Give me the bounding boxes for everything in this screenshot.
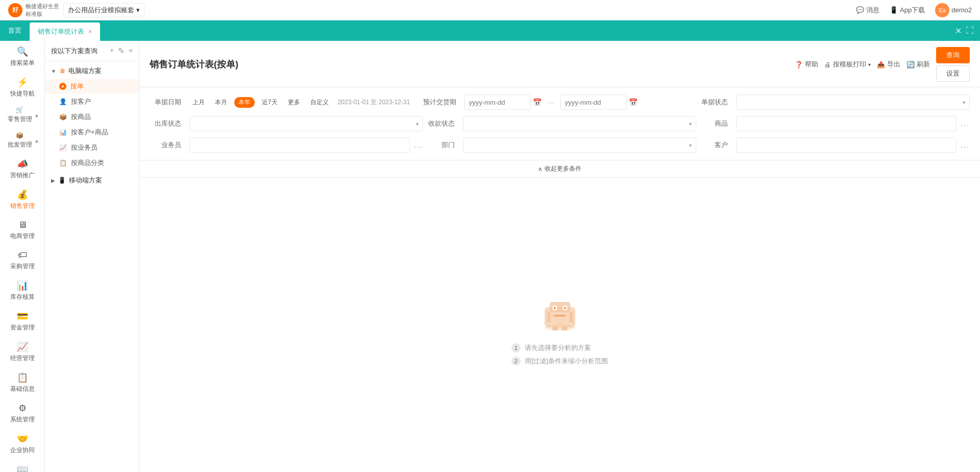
main-layout: 🔍 搜索菜单 ⚡ 快捷导航 🛒 零售管理 ▲ 📦 批发管理 ▲ 📣 营销推广 bbox=[0, 41, 980, 472]
customer-more-icon[interactable]: ... bbox=[961, 141, 970, 149]
filter-row-1: 单据日期 上月 本月 本年 近7天 更多 自定义 2023-01-01 至 20… bbox=[150, 95, 970, 110]
sidebar-item-ecommerce[interactable]: 🖥 电商管理 bbox=[0, 215, 44, 245]
out-status-arrow-icon: ▾ bbox=[416, 121, 419, 127]
filter-customer-section: 客户 ... bbox=[696, 137, 970, 153]
sidebar-item-search[interactable]: 🔍 搜索菜单 bbox=[0, 41, 44, 72]
message-icon: 💬 bbox=[856, 6, 864, 14]
receipt-status-select[interactable]: ▾ bbox=[463, 116, 697, 131]
expected-date-end-input[interactable] bbox=[560, 95, 627, 110]
shortcut-last-month[interactable]: 上月 bbox=[189, 97, 208, 108]
out-status-select[interactable]: ▾ bbox=[189, 116, 423, 131]
sidebar-item-finance[interactable]: 💳 资金管理 bbox=[0, 305, 44, 336]
help-icon: ❓ bbox=[795, 61, 803, 68]
avatar: Ea bbox=[935, 3, 949, 17]
settings-button[interactable]: 设置 bbox=[936, 65, 970, 82]
add-scheme-icon[interactable]: + bbox=[110, 46, 114, 56]
dept-select[interactable]: ▾ bbox=[463, 137, 697, 153]
shortcut-more[interactable]: 更多 bbox=[285, 97, 303, 108]
sidebar-item-wholesale[interactable]: 📦 批发管理 ▲ bbox=[0, 128, 44, 153]
filter-out-status-section: 出库状态 ▾ bbox=[150, 116, 423, 131]
empty-state: 1 请先选择要分析的方案 2 用[过滤]条件来缩小分析范围 bbox=[139, 178, 980, 472]
inventory-icon: 📊 bbox=[17, 280, 28, 291]
date-shortcuts: 上月 本月 本年 近7天 更多 自定义 bbox=[189, 97, 332, 108]
left-panel-title: 按以下方案查询 bbox=[51, 46, 97, 56]
chevron-down-icon: ▾ bbox=[136, 6, 140, 14]
company-selector[interactable]: 办公用品行业模拟账套 ▾ bbox=[63, 3, 144, 17]
message-btn[interactable]: 💬 消息 bbox=[856, 6, 879, 15]
top-bar: 好 畅捷通好生意 标准版 办公用品行业模拟账套 ▾ 💬 消息 📱 App下载 E… bbox=[0, 0, 980, 20]
chevron-down-icon: ▼ bbox=[51, 68, 56, 74]
left-panel-actions: + ✎ « bbox=[110, 46, 133, 56]
status-select[interactable]: ▾ bbox=[736, 95, 970, 110]
tab-close-icon[interactable]: × bbox=[88, 28, 92, 35]
basic-icon: 📋 bbox=[17, 372, 28, 383]
logo-text: 畅捷通好生意 标准版 bbox=[26, 3, 59, 17]
app-download-btn[interactable]: 📱 App下载 bbox=[890, 6, 925, 15]
sidebar-item-inventory[interactable]: 📊 库存核算 bbox=[0, 275, 44, 305]
product-scheme-icon: 📦 bbox=[59, 113, 67, 121]
collapse-panel-icon[interactable]: « bbox=[129, 46, 133, 56]
tab-sales-order-summary[interactable]: 销售订单统计表 × bbox=[30, 22, 100, 41]
finance-icon: 💳 bbox=[17, 311, 28, 322]
shortcut-7days[interactable]: 近7天 bbox=[259, 97, 281, 108]
close-window-icon[interactable]: ✕ bbox=[955, 26, 962, 36]
user-area[interactable]: Ea demo2 bbox=[935, 3, 972, 17]
receipt-status-arrow-icon: ▾ bbox=[689, 121, 692, 127]
collapse-bar[interactable]: ∧ 收起更多条件 bbox=[139, 160, 980, 178]
tab-home[interactable]: 首页 bbox=[0, 20, 30, 41]
template-print-btn[interactable]: 🖨 按模板打印 ▾ bbox=[824, 60, 871, 69]
status-label: 单据状态 bbox=[696, 98, 732, 107]
sidebar-item-marketing[interactable]: 📣 营销推广 bbox=[0, 153, 44, 184]
shortcut-custom[interactable]: 自定义 bbox=[307, 97, 332, 108]
sidebar-item-sales[interactable]: 💰 销售管理 bbox=[0, 184, 44, 215]
retail-icon: 🛒 bbox=[16, 106, 23, 113]
salesman-more-icon[interactable]: ... bbox=[414, 141, 423, 149]
product-input[interactable] bbox=[736, 116, 957, 131]
sidebar-item-system[interactable]: ⚙ 系统管理 bbox=[0, 397, 44, 428]
ecommerce-icon: 🖥 bbox=[18, 220, 27, 230]
dept-label: 部门 bbox=[423, 140, 459, 150]
sidebar-nav: 🔍 搜索菜单 ⚡ 快捷导航 🛒 零售管理 ▲ 📦 批发管理 ▲ 📣 营销推广 bbox=[0, 41, 45, 472]
svg-rect-10 bbox=[552, 326, 558, 331]
scheme-item-by-salesman[interactable]: 📈 按业务员 bbox=[45, 140, 139, 155]
sidebar-item-basic[interactable]: 📋 基础信息 bbox=[0, 367, 44, 397]
collapse-icon: ∧ bbox=[538, 166, 543, 173]
system-icon: ⚙ bbox=[18, 403, 27, 414]
query-button[interactable]: 查询 bbox=[936, 47, 970, 63]
page-actions: ❓ 帮助 🖨 按模板打印 ▾ 📤 导出 🔄 刷新 查询 bbox=[795, 47, 970, 82]
product-more-icon[interactable]: ... bbox=[961, 120, 970, 128]
scheme-group-pc-header[interactable]: ▼ 🖥 电脑端方案 bbox=[45, 63, 139, 79]
top-bar-left: 好 畅捷通好生意 标准版 办公用品行业模拟账套 ▾ bbox=[8, 3, 144, 17]
sidebar-item-retail[interactable]: 🛒 零售管理 ▲ bbox=[0, 102, 44, 128]
expected-date-start-input[interactable] bbox=[464, 95, 531, 110]
scheme-group-mobile-header[interactable]: ▶ 📱 移动端方案 bbox=[45, 173, 139, 188]
sidebar-item-enterprise[interactable]: 🤝 企业协同 bbox=[0, 428, 44, 459]
dept-arrow-icon: ▾ bbox=[689, 143, 692, 148]
sidebar-item-quick-nav[interactable]: ⚡ 快捷导航 bbox=[0, 72, 44, 102]
filter-receipt-status-section: 收款状态 ▾ bbox=[423, 116, 697, 131]
fullscreen-icon[interactable]: ⛶ bbox=[966, 26, 974, 35]
scheme-item-by-customer[interactable]: 👤 按客户 bbox=[45, 94, 139, 109]
scheme-item-by-category[interactable]: 📋 按商品分类 bbox=[45, 155, 139, 171]
scheme-item-by-order[interactable]: ● 按单 bbox=[45, 79, 139, 94]
marketing-icon: 📣 bbox=[17, 158, 28, 170]
help-btn[interactable]: ❓ 帮助 bbox=[795, 60, 818, 69]
refresh-btn[interactable]: 🔄 刷新 bbox=[906, 60, 930, 69]
sidebar-item-operations[interactable]: 📈 经营管理 bbox=[0, 336, 44, 367]
tab-bar-right: ✕ ⛶ bbox=[955, 26, 980, 36]
download-icon: 📱 bbox=[890, 6, 898, 14]
scheme-item-by-customer-product[interactable]: 📊 按客户+商品 bbox=[45, 125, 139, 140]
shortcut-this-month[interactable]: 本月 bbox=[212, 97, 230, 108]
customer-input[interactable] bbox=[736, 137, 957, 153]
salesman-input[interactable] bbox=[189, 137, 410, 153]
sidebar-item-guide[interactable]: 📖 新手引导 bbox=[0, 459, 44, 472]
export-btn[interactable]: 📤 导出 bbox=[877, 60, 900, 69]
scheme-item-by-product[interactable]: 📦 按商品 bbox=[45, 109, 139, 125]
status-arrow-icon: ▾ bbox=[963, 100, 965, 105]
content-area: 销售订单统计表(按单) ❓ 帮助 🖨 按模板打印 ▾ 📤 导出 🔄 刷新 bbox=[139, 41, 980, 472]
edit-scheme-icon[interactable]: ✎ bbox=[118, 46, 125, 56]
calendar-end-icon[interactable]: 📅 bbox=[629, 98, 638, 106]
sidebar-item-purchase[interactable]: 🏷 采购管理 bbox=[0, 245, 44, 275]
calendar-start-icon[interactable]: 📅 bbox=[533, 98, 542, 106]
shortcut-this-year[interactable]: 本年 bbox=[234, 97, 255, 108]
